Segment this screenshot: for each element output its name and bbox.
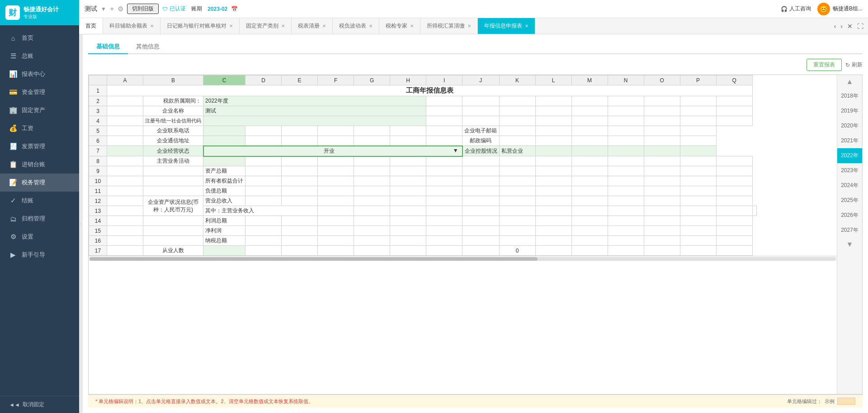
cell-10-extra9 xyxy=(571,176,608,186)
reset-report-btn[interactable]: 重置报表 xyxy=(807,59,842,71)
cell-7-C[interactable]: 开业▼ xyxy=(203,146,462,156)
year-nav-down[interactable]: ▼ xyxy=(837,238,862,251)
tab-next-btn[interactable]: › xyxy=(839,22,844,31)
sidebar-item-invoice[interactable]: 🧾发票管理 xyxy=(0,137,79,155)
subtab-basic[interactable]: 基础信息 xyxy=(88,40,128,54)
tab-label: 固定资产类别 xyxy=(246,22,278,30)
sidebar-item-assets[interactable]: 🏢固定资产 xyxy=(0,101,79,119)
sidebar-item-label: 首页 xyxy=(22,34,33,42)
cell-4-C[interactable] xyxy=(203,116,426,126)
year-item-2027年[interactable]: 2027年 xyxy=(837,223,862,238)
cell-17-0[interactable] xyxy=(203,246,245,256)
sidebar-item-archive[interactable]: 🗂归档管理 xyxy=(0,210,79,228)
resize-handle[interactable]: ⋮ xyxy=(79,34,83,413)
tab-close-all-btn[interactable]: ✕ xyxy=(845,22,854,31)
tab-annual_report[interactable]: 年报信息申报表✕ xyxy=(478,18,535,34)
cell-6-ci-0[interactable] xyxy=(203,136,245,146)
sidebar-item-purchase[interactable]: 📋进销台账 xyxy=(0,155,79,174)
year-item-2023年[interactable]: 2023年 xyxy=(837,163,862,178)
sidebar-item-fund[interactable]: 💳资金管理 xyxy=(0,83,79,101)
cell-17-1 xyxy=(245,246,282,256)
year-item-2024年[interactable]: 2024年 xyxy=(837,178,862,193)
year-item-2020年[interactable]: 2020年 xyxy=(837,118,862,133)
cell-7-r3 xyxy=(644,146,680,156)
archive-icon: 🗂 xyxy=(9,215,17,223)
topbar-gear-icon[interactable]: ⚙ xyxy=(118,5,123,13)
col-header-D: D xyxy=(245,75,282,85)
refresh-btn[interactable]: ↻ 刷新 xyxy=(845,61,863,69)
tab-tax_expert[interactable]: 税检专家✕ xyxy=(379,18,420,34)
calendar-icon[interactable]: 📅 xyxy=(231,6,238,12)
cell-16-extra3 xyxy=(354,236,390,246)
topbar-add-icon[interactable]: + xyxy=(110,5,114,13)
sidebar-item-home[interactable]: ⌂首页 xyxy=(0,29,79,47)
tab-prev-btn[interactable]: ‹ xyxy=(832,22,838,31)
cell-3-7 xyxy=(680,106,716,116)
cell-2-C[interactable]: 2022年度 xyxy=(203,96,426,106)
year-item-2021年[interactable]: 2021年 xyxy=(837,133,862,148)
subtab-other[interactable]: 其他信息 xyxy=(128,40,168,54)
cell-17-3 xyxy=(318,246,354,256)
tab-close-annual_report[interactable]: ✕ xyxy=(525,23,528,28)
sidebar-footer[interactable]: ◄◄ 取消固定 xyxy=(0,396,79,413)
cell-8-A xyxy=(107,156,143,166)
year-item-2026年[interactable]: 2026年 xyxy=(837,208,862,223)
cell-5-ci-0[interactable] xyxy=(203,126,245,136)
cell-13-extra0 xyxy=(318,206,354,216)
cell-5-ci-6 xyxy=(426,126,462,136)
table-row: 4注册号/统一社会信用代码 xyxy=(89,116,757,126)
cell-17-2 xyxy=(282,246,318,256)
tab-home[interactable]: 首页 xyxy=(79,18,103,34)
tab-tax_list[interactable]: 税表清册✕ xyxy=(292,18,333,34)
cell-15-extra2 xyxy=(318,226,354,236)
tab-fixed[interactable]: 固定资产类别✕ xyxy=(240,18,292,34)
sidebar-item-guide[interactable]: ▶新手引导 xyxy=(0,246,79,264)
sidebar-item-tax[interactable]: 📝税务管理 xyxy=(0,174,79,192)
tab-expand-btn[interactable]: ⛶ xyxy=(855,22,865,31)
cell-17-K[interactable]: 0 xyxy=(499,246,535,256)
cell-6-K[interactable] xyxy=(499,136,535,146)
tab-close-fixed[interactable]: ✕ xyxy=(281,23,285,28)
sidebar-item-settings[interactable]: ⚙设置 xyxy=(0,228,79,246)
horizontal-scrollbar[interactable] xyxy=(89,256,837,261)
tab-close-journal[interactable]: ✕ xyxy=(229,23,233,28)
cell-10-extra2 xyxy=(318,176,354,186)
switch-old-btn[interactable]: 切到旧版 xyxy=(127,4,159,14)
year-item-2022年[interactable]: 2022年 xyxy=(837,148,862,163)
cell-9-extra1 xyxy=(282,166,318,176)
year-nav-up[interactable]: ▲ xyxy=(837,75,862,89)
cell-11-extra3 xyxy=(354,186,390,196)
tab-subject[interactable]: 科目辅助余额表✕ xyxy=(103,18,160,34)
cell-7-K[interactable]: 私营企业 xyxy=(499,146,535,156)
cell-11-extra12 xyxy=(680,186,716,196)
sidebar-item-close[interactable]: ✓结账 xyxy=(0,192,79,210)
user-menu[interactable]: 😊 畅捷通B组... xyxy=(817,3,863,15)
cell-14-extra11 xyxy=(644,216,680,226)
tab-close-tax_expert[interactable]: ✕ xyxy=(410,23,414,28)
refresh-icon: ↻ xyxy=(845,62,850,68)
cell-8-0[interactable] xyxy=(203,156,245,166)
cell-3-C[interactable]: 测试 xyxy=(203,106,426,116)
cell-5-K[interactable] xyxy=(499,126,535,136)
tab-close-income_tax[interactable]: ✕ xyxy=(467,23,471,28)
tab-close-subject[interactable]: ✕ xyxy=(150,23,154,28)
sidebar-item-salary[interactable]: 💰工资 xyxy=(0,119,79,137)
sidebar-item-reports[interactable]: 📊报表中心 xyxy=(0,65,79,83)
service-btn[interactable]: 🎧 人工咨询 xyxy=(781,5,811,13)
sidebar-item-ledger[interactable]: ☰总账 xyxy=(0,47,79,65)
tab-close-tax_list[interactable]: ✕ xyxy=(322,23,326,28)
tab-close-tax_wave[interactable]: ✕ xyxy=(369,23,373,28)
tab-journal[interactable]: 日记账与银行对账单核对✕ xyxy=(160,18,240,34)
cell-9-extra2 xyxy=(318,166,354,176)
tab-tax_wave[interactable]: 税负波动表✕ xyxy=(333,18,379,34)
year-item-2019年[interactable]: 2019年 xyxy=(837,103,862,118)
year-item-2025年[interactable]: 2025年 xyxy=(837,193,862,208)
row-header-14: 14 xyxy=(89,216,107,226)
cell-16-extra10 xyxy=(608,236,644,246)
year-item-2018年[interactable]: 2018年 xyxy=(837,89,862,103)
cell-15-extra6 xyxy=(462,226,500,236)
tab-label: 首页 xyxy=(85,22,96,30)
tab-income_tax[interactable]: 所得税汇算清缴✕ xyxy=(420,18,478,34)
topbar-dropdown-arrow[interactable]: ▼ xyxy=(101,6,106,12)
spreadsheet-scroll[interactable]: ABCDEFGHIJKLMNOPQ 1工商年报信息表2税款所属期间：2022年度… xyxy=(89,75,837,394)
